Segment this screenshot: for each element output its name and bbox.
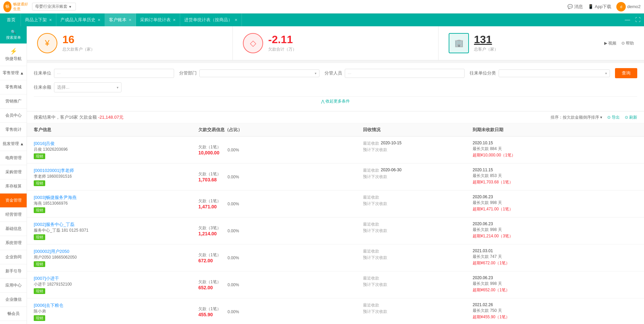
help-icon: ⊙ bbox=[621, 41, 625, 46]
sidebar-item-wechat[interactable]: 企业微信 bbox=[0, 293, 27, 307]
sidebar-item-enterprise[interactable]: 企业协同 bbox=[0, 250, 27, 264]
debt-percent-2: 0.00% bbox=[228, 202, 239, 206]
customer-name-0[interactable]: [0016]吕俊 bbox=[34, 141, 198, 147]
overdue-amount-5[interactable]: 超期¥652.00（1笔） bbox=[473, 287, 637, 293]
chevron-icon: ▲ bbox=[20, 71, 24, 76]
last-label-4: 最近收款 bbox=[363, 248, 379, 254]
customer-name-3[interactable]: [0002]服务中心_丁磊 bbox=[34, 222, 198, 228]
tab-production-close[interactable]: ✕ bbox=[97, 18, 101, 22]
retail-stats-label: 零售统计 bbox=[5, 127, 22, 132]
last-label-5: 最近收款 bbox=[363, 275, 379, 281]
customer-phone-2: 海燕 18513066976 bbox=[34, 201, 198, 206]
sidebar-item-purchase[interactable]: 采购管理 bbox=[0, 165, 27, 179]
debt-amount-2: 1,471.00 bbox=[198, 204, 221, 209]
customer-name-6[interactable]: [0006]去下粮仓 bbox=[34, 302, 198, 308]
debt-percent-0: 0.00% bbox=[228, 148, 239, 152]
sidebar-item-marketing[interactable]: 营销推广 bbox=[0, 94, 27, 109]
customer-phone-0: 吕俊 13026203696 bbox=[34, 147, 198, 152]
from-unit-label: 往来单位 bbox=[34, 70, 51, 76]
view-video-btn[interactable]: ▶ 视频 bbox=[604, 40, 616, 46]
sidebar-item-basic-info[interactable]: 基础信息 bbox=[0, 222, 27, 236]
sidebar-item-member[interactable]: 会员中心 bbox=[0, 109, 27, 123]
unit-type-label: 往来单位分类 bbox=[470, 70, 496, 76]
overdue-amount-1[interactable]: 超期¥1,703.68（1笔） bbox=[473, 179, 637, 185]
wechat-label: 企业微信 bbox=[5, 297, 22, 302]
unit-type-chevron: ▾ bbox=[605, 71, 607, 75]
sort-select[interactable]: 排序：按欠款金额倒序排序 ▾ bbox=[551, 115, 602, 120]
tab-production[interactable]: 产成品入库单历史 ✕ bbox=[56, 13, 105, 26]
export-btn[interactable]: ⊙ 导出 bbox=[607, 115, 620, 120]
top-right: 💬 消息 📱 App下载 d demo2 bbox=[567, 2, 641, 11]
nav-expand-btn[interactable]: ⛶ bbox=[634, 16, 642, 24]
customer-cell-5: [0007]小进干 小进干 18279152100 现销 bbox=[34, 275, 198, 294]
balance-select[interactable]: 选择... ▾ bbox=[54, 82, 121, 92]
tab-purchase-order[interactable]: 采购订单统计表 ✕ bbox=[136, 13, 180, 26]
app-download-btn[interactable]: 📱 App下载 bbox=[588, 4, 611, 10]
due-date-5: 2020.06.23 bbox=[473, 275, 637, 280]
customer-name-4[interactable]: [000002]用户2050 bbox=[34, 248, 198, 255]
table-row: [0006]去下粮仓 陈小弟 现销 欠款（1笔） 455.90 0.00% 最近… bbox=[27, 298, 644, 324]
sidebar-item-app-center[interactable]: 应用中心 bbox=[0, 278, 27, 293]
tab-purchase-order-close[interactable]: ✕ bbox=[173, 18, 176, 22]
from-unit-input[interactable]: ··· bbox=[54, 69, 174, 78]
app-center-label: 应用中心 bbox=[5, 283, 22, 288]
tab-inventory-stats-close[interactable]: ✕ bbox=[234, 18, 237, 22]
tab-products[interactable]: 商品上下架 ✕ bbox=[21, 13, 56, 26]
sidebar-item-retail-mall[interactable]: 零售商城 bbox=[0, 80, 27, 94]
search-button[interactable]: 查询 bbox=[615, 68, 637, 78]
tab-home[interactable]: 首页 bbox=[2, 13, 21, 26]
overdue-amount-2[interactable]: 超期¥1,471.00（1笔） bbox=[473, 206, 637, 212]
finance-label: 资金管理 bbox=[5, 198, 22, 203]
customer-name-2[interactable]: [0003]畅捷服务尹海燕 bbox=[34, 195, 198, 201]
overdue-amount-0[interactable]: 超期¥10,000.00（1笔） bbox=[473, 152, 637, 158]
debt-percent-1: 0.00% bbox=[228, 175, 239, 179]
last-label-3: 最近收款 bbox=[363, 222, 379, 227]
debt-amount-1: 1,703.68 bbox=[198, 177, 221, 182]
sidebar-item-retail-stats[interactable]: 零售统计 bbox=[0, 123, 27, 137]
last-label-0: 最近收款 bbox=[363, 141, 379, 146]
tab-customer-account[interactable]: 客户账本 ✕ bbox=[105, 13, 136, 26]
debt-customers-value: 16 bbox=[62, 34, 95, 45]
sidebar-item-system[interactable]: 系统管理 bbox=[0, 236, 27, 250]
debt-amount-3: 1,214.00 bbox=[198, 231, 221, 236]
sidebar-item-inventory[interactable]: 库存核算 bbox=[0, 179, 27, 194]
sidebar-item-vip[interactable]: 畅会员 bbox=[0, 307, 27, 321]
tab-products-close[interactable]: ✕ bbox=[49, 18, 52, 22]
customer-name-1[interactable]: [0001020001]李老师 bbox=[34, 168, 198, 174]
sidebar-item-quick-nav[interactable]: ⚡ 快捷导航 bbox=[0, 43, 27, 66]
sidebar-item-finance[interactable]: 资金管理 bbox=[0, 194, 27, 208]
unit-type-select[interactable]: ▾ bbox=[499, 69, 610, 77]
help-btn[interactable]: ⊙ 帮助 bbox=[621, 40, 634, 46]
tab-customer-account-close[interactable]: ✕ bbox=[129, 18, 132, 22]
message-btn[interactable]: 💬 消息 bbox=[567, 4, 583, 10]
collapse-btn[interactable]: ⋀ 收起更多条件 bbox=[321, 98, 350, 104]
sidebar-item-guide[interactable]: 新手引导 bbox=[0, 264, 27, 278]
avatar: d bbox=[616, 2, 626, 11]
guide-label: 新手引导 bbox=[5, 268, 22, 274]
enterprise-label: 企业协同 bbox=[5, 254, 22, 260]
manager-input[interactable]: ··· bbox=[345, 69, 465, 78]
sidebar-item-retail-mgmt[interactable]: 零售管理 ▲ bbox=[0, 66, 27, 80]
due-date-0: 2020.10.15 bbox=[473, 141, 637, 145]
dept-select[interactable]: ▾ bbox=[199, 69, 319, 77]
collapse-icon: ⋀ bbox=[321, 99, 325, 104]
sidebar-item-operations[interactable]: 经营管理 bbox=[0, 208, 27, 222]
quick-nav-icon: ⚡ bbox=[10, 48, 17, 55]
main-content: ¥ 16 总欠款客户（家） ◇ -2.11 欠款合计（万） 🏢 131 总客户（… bbox=[27, 26, 644, 324]
nav-minimize-btn[interactable]: — bbox=[623, 16, 632, 24]
sidebar-item-wholesale[interactable]: 批发管理 ▲ bbox=[0, 137, 27, 151]
customer-name-5[interactable]: [0007]小进干 bbox=[34, 275, 198, 282]
tab-inventory-stats[interactable]: 进货单统计表（按商品） ✕ bbox=[180, 13, 242, 26]
topbar: 畅 畅捷通好生意 母婴行业演示账套 ▾ 💬 消息 📱 App下载 d demo2 bbox=[0, 0, 644, 13]
overdue-amount-3[interactable]: 超期¥1,214.00（3笔） bbox=[473, 233, 637, 239]
stat-total-customers: 🏢 131 总客户（家） ▶ 视频 ⊙ 帮助 bbox=[439, 26, 644, 60]
store-selector[interactable]: 母婴行业演示账套 ▾ bbox=[32, 3, 76, 10]
overdue-amount-6[interactable]: 超期¥455.90（1笔） bbox=[473, 314, 637, 320]
sidebar-item-ecommerce[interactable]: 电商管理 bbox=[0, 151, 27, 165]
next-collection-3: 预计下次收款 bbox=[363, 228, 473, 234]
debt-amount-4: 672.00 bbox=[198, 258, 221, 263]
user-profile[interactable]: d demo2 bbox=[616, 2, 641, 11]
refresh-btn[interactable]: ⊙ 刷新 bbox=[625, 115, 637, 120]
overdue-amount-4[interactable]: 超期¥672.00（1笔） bbox=[473, 260, 637, 266]
search-menu[interactable]: 🔍 搜索菜单 bbox=[0, 26, 27, 43]
